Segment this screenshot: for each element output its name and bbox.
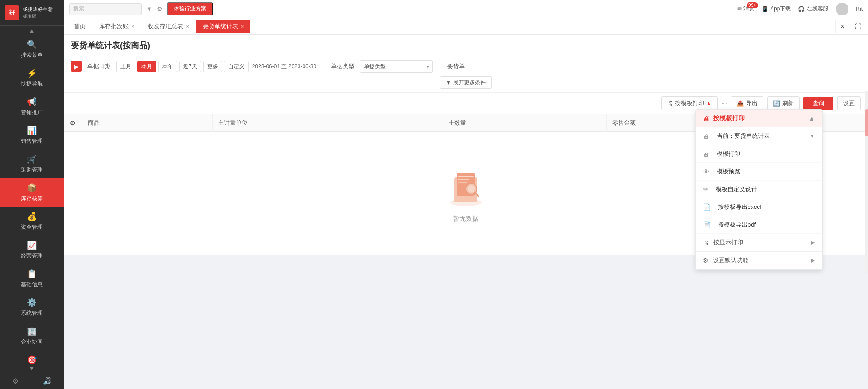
dropdown-template-preview[interactable]: 👁 模板预览 <box>696 163 822 181</box>
sidebar-scroll-up[interactable]: ▲ <box>0 26 64 35</box>
tab-home[interactable]: 首页 <box>67 20 92 33</box>
sidebar-item-basic[interactable]: 📋 基础信息 <box>0 264 64 293</box>
logo-abbr: 好 <box>9 9 15 17</box>
tab-order-stats[interactable]: 要货单统计表 × <box>196 20 250 33</box>
dropdown-template-design-label: 模板自定义设计 <box>716 185 757 193</box>
type-select[interactable]: 单据类型 <box>360 60 433 73</box>
page-title: 要货单统计表(按商品) <box>71 40 861 51</box>
app-download-btn[interactable]: 📱 App下载 <box>762 5 791 13</box>
sidebar-scroll-down[interactable]: ▼ <box>0 364 64 373</box>
sidebar-item-operation[interactable]: 📈 经营管理 <box>0 236 64 264</box>
dropdown-export-excel[interactable]: 📄 按模板导出excel <box>696 198 822 216</box>
dropdown-default-settings[interactable]: ⚙ 设置默认功能 ▶ <box>696 252 822 269</box>
sidebar-item-quick-nav[interactable]: ⚡ 快捷导航 <box>0 64 64 92</box>
dropdown-current-item[interactable]: 🖨 当前：要货单统计表 ▼ <box>696 127 822 145</box>
window-close-btn[interactable]: ✕ <box>835 20 849 33</box>
app-download-label: App下载 <box>770 5 791 13</box>
sidebar-label-system: 系统管理 <box>21 309 43 317</box>
toolbar-dots[interactable]: ··· <box>721 99 727 107</box>
dropdown-default-settings-left: ⚙ 设置默认功能 <box>703 256 748 264</box>
date-btn-current-month[interactable]: 本月 <box>137 61 156 72</box>
sidebar-item-enterprise[interactable]: 🏢 企业协同 <box>0 322 64 350</box>
col-unit: 主计量单位 <box>212 114 443 132</box>
tab-order-stats-close[interactable]: × <box>241 24 244 29</box>
sidebar-label-inventory: 库存核算 <box>21 195 43 202</box>
dropdown-template-print[interactable]: 🖨 模板打印 <box>696 145 822 163</box>
message-badge: 99+ <box>747 2 758 8</box>
finance-icon: 💰 <box>27 212 37 222</box>
topbar-gear-icon[interactable]: ⚙ <box>157 5 163 13</box>
sidebar-item-purchase[interactable]: 🛒 采购管理 <box>0 150 64 178</box>
main-area: 搜索 ▼ ⚙ 体验行业方案 ✉ 消息 99+ 📱 App下载 🎧 在线客服 Ri… <box>64 0 868 389</box>
dropdown-template-design-icon: ✏ <box>703 186 708 193</box>
sidebar-item-search[interactable]: 🔍 搜索菜单 <box>0 35 64 64</box>
dropdown-template-design[interactable]: ✏ 模板自定义设计 <box>696 181 822 198</box>
filter-expand-arrow[interactable]: ▶ <box>71 61 82 72</box>
sidebar-audio-icon[interactable]: 🔊 <box>43 377 52 385</box>
date-btn-current-year[interactable]: 本年 <box>158 61 177 72</box>
expand-more-btn[interactable]: ▼ 展开更多条件 <box>440 76 492 89</box>
topbar-dropdown-arrow[interactable]: ▼ <box>146 5 152 12</box>
user-name: Rit <box>856 6 863 12</box>
sidebar-item-finance[interactable]: 💰 资金管理 <box>0 207 64 236</box>
tab-receipt-summary[interactable]: 收发存汇总表 × <box>141 20 195 33</box>
print-arrow-icon: ▲ <box>706 100 712 106</box>
export-btn[interactable]: 📤 导出 <box>731 96 763 110</box>
dropdown-display-print-label: 按显示打印 <box>713 238 743 247</box>
dropdown-close-btn[interactable]: ▲ <box>808 115 815 122</box>
date-btn-custom[interactable]: 自定义 <box>224 61 249 72</box>
expand-row: ▼ 展开更多条件 <box>71 76 861 89</box>
date-range-display: 2023-06-01 至 2023-06-30 <box>252 63 316 71</box>
export-label: 导出 <box>746 99 758 107</box>
type-label: 单据类型 <box>331 62 354 71</box>
user-avatar[interactable] <box>836 3 848 15</box>
query-btn[interactable]: 查询 <box>803 97 833 110</box>
message-btn[interactable]: ✉ 消息 99+ <box>737 5 754 13</box>
sidebar-item-guide[interactable]: 🎯 新手引导 <box>0 350 64 364</box>
sidebar-label-sales: 销售管理 <box>21 137 43 145</box>
app-download-icon: 📱 <box>762 6 768 12</box>
trial-btn[interactable]: 体验行业方案 <box>167 2 213 15</box>
tab-batch-account-close[interactable]: × <box>131 24 134 29</box>
dropdown-template-print-label: 模板打印 <box>717 150 740 158</box>
sidebar-item-system[interactable]: ⚙️ 系统管理 <box>0 293 64 322</box>
col-settings[interactable]: ⚙ <box>64 114 82 132</box>
date-btn-last-7[interactable]: 近7天 <box>179 61 201 72</box>
date-btn-prev-month[interactable]: 上月 <box>116 61 135 72</box>
sidebar-label-basic: 基础信息 <box>21 281 43 288</box>
sidebar-item-inventory[interactable]: 📦 库存核算 <box>0 178 64 207</box>
sidebar-item-sales[interactable]: 📊 销售管理 <box>0 121 64 150</box>
dropdown-display-print[interactable]: 🖨 按显示打印 ▶ <box>696 234 822 252</box>
dropdown-default-settings-arrow: ▶ <box>811 257 815 263</box>
dropdown-display-print-left: 🖨 按显示打印 <box>703 238 743 247</box>
sidebar-label-finance: 资金管理 <box>21 223 43 231</box>
print-btn[interactable]: 🖨 按模板打印 ▲ <box>661 96 718 110</box>
sidebar-label-search: 搜索菜单 <box>21 51 43 59</box>
topbar-search-placeholder: 搜索 <box>73 5 84 13</box>
refresh-btn[interactable]: 🔄 刷新 <box>767 96 800 110</box>
date-btn-more[interactable]: 更多 <box>203 61 222 72</box>
toolbar: 🖨 按模板打印 ▲ ··· 📤 导出 🔄 刷新 查询 设置 <box>64 93 868 114</box>
operation-icon: 📈 <box>27 240 37 250</box>
tab-batch-account-label: 库存批次账 <box>99 22 129 30</box>
topbar-right: ✉ 消息 99+ 📱 App下载 🎧 在线客服 Rit <box>737 3 863 15</box>
page-content-area: 要货单统计表(按商品) ▶ 单据日期 上月 本月 本年 近7天 更多 自定义 2… <box>64 35 868 255</box>
dropdown-display-print-arrow: ▶ <box>811 239 815 246</box>
right-scrollbar[interactable] <box>865 91 868 273</box>
guide-icon: 🎯 <box>27 355 37 364</box>
dropdown-current-arrow: ▼ <box>809 133 815 139</box>
tab-batch-account[interactable]: 库存批次账 × <box>93 20 140 33</box>
system-icon: ⚙️ <box>27 298 37 308</box>
quick-nav-icon: ⚡ <box>27 68 37 78</box>
tab-receipt-summary-close[interactable]: × <box>186 24 189 29</box>
dropdown-export-pdf[interactable]: 📄 按模板导出pdf <box>696 216 822 234</box>
topbar-search[interactable]: 搜索 <box>69 3 142 15</box>
window-expand-btn[interactable]: ⛶ <box>851 20 864 33</box>
settings-btn[interactable]: 设置 <box>837 96 861 110</box>
empty-text: 暂无数据 <box>453 215 479 223</box>
query-label: 查询 <box>813 99 824 107</box>
sidebar-item-marketing[interactable]: 📢 营销推广 <box>0 92 64 121</box>
logo-subtitle: 标准版 <box>23 13 53 20</box>
online-service-btn[interactable]: 🎧 在线客服 <box>798 5 828 13</box>
sidebar-settings-icon[interactable]: ⚙ <box>12 377 19 385</box>
